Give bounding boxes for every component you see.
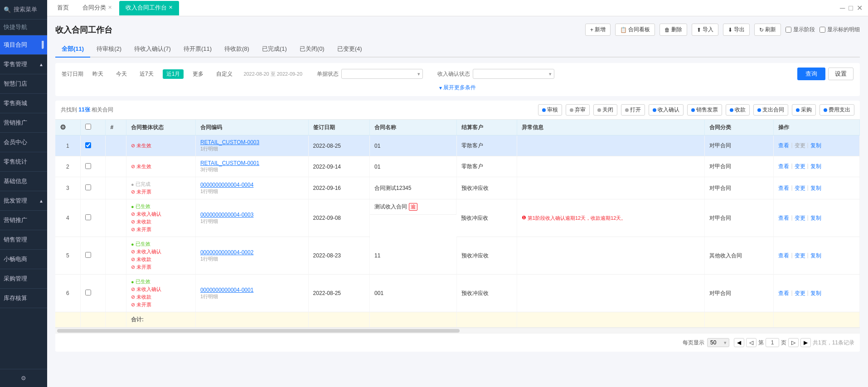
next-page-button[interactable]: ▷: [788, 338, 799, 347]
scrollbar-thumb[interactable]: [57, 329, 460, 333]
import-button[interactable]: ⬆ 导入: [692, 24, 718, 36]
contract-code-link[interactable]: 0000000000004-0003: [200, 212, 253, 218]
sidebar-item-project[interactable]: 项目合同 ▌: [0, 35, 47, 55]
sidebar-item-xiaochang[interactable]: 小畅电商: [0, 250, 47, 269]
prev-page-button[interactable]: ◁: [746, 338, 756, 347]
page-size-select[interactable]: 50 100 200: [707, 338, 729, 347]
row-select-checkbox[interactable]: [85, 290, 91, 295]
date-btn-more[interactable]: 更多: [189, 69, 207, 79]
maximize-button[interactable]: □: [849, 4, 853, 12]
status-tab-all[interactable]: 全部(11): [55, 41, 90, 58]
sidebar-item-stock[interactable]: 库存核算: [0, 289, 47, 308]
view-op[interactable]: 查看: [778, 252, 789, 260]
copy-op[interactable]: 复制: [810, 184, 821, 192]
open-button[interactable]: 打开: [621, 104, 645, 116]
change-op[interactable]: 变更: [795, 163, 805, 170]
sidebar-item-purchase[interactable]: 采购管理: [0, 269, 47, 289]
contract-code-link[interactable]: RETAIL_CUSTOM-0001: [200, 160, 259, 166]
minimize-button[interactable]: ─: [840, 4, 845, 12]
show-columns-checkbox[interactable]: 显示阶段: [786, 26, 815, 34]
tab-close-icon[interactable]: ✕: [169, 5, 173, 10]
date-btn-custom[interactable]: 自定义: [213, 69, 236, 79]
change-op[interactable]: 变更: [795, 252, 805, 260]
sidebar-settings[interactable]: ⚙: [0, 369, 47, 387]
change-op[interactable]: 变更: [795, 290, 805, 297]
view-op[interactable]: 查看: [778, 163, 789, 170]
payment-contract-button[interactable]: 支出合同: [753, 104, 788, 116]
expand-conditions-button[interactable]: ▾ 展开更多条件: [439, 84, 476, 92]
show-details-input[interactable]: [820, 27, 825, 33]
status-tab-closed[interactable]: 已关闭(0): [293, 41, 331, 58]
income-status-select[interactable]: [473, 69, 554, 79]
close-button[interactable]: ✕: [857, 4, 863, 12]
sidebar-item-smart-store[interactable]: 智慧门店: [0, 74, 47, 94]
income-confirm-button[interactable]: 收入确认: [649, 104, 684, 116]
tab-income-workbench[interactable]: 收入合同工作台 ✕: [119, 1, 179, 15]
view-op[interactable]: 查看: [778, 184, 789, 192]
contract-code-link[interactable]: 0000000000004-0004: [200, 182, 253, 188]
sidebar-item-member[interactable]: 会员中心: [0, 133, 47, 152]
refresh-button[interactable]: ↻ 刷新: [754, 24, 781, 36]
contract-board-button[interactable]: 📋 合同看板: [615, 24, 655, 36]
sidebar-item-retail[interactable]: 零售管理 ▲: [0, 55, 47, 74]
copy-op[interactable]: 复制: [810, 163, 821, 170]
status-tab-changed[interactable]: 已变更(4): [331, 41, 369, 58]
doc-status-select[interactable]: [341, 69, 423, 79]
current-page-input[interactable]: 1: [766, 338, 779, 347]
contract-code-link[interactable]: RETAIL_CUSTOM-0003: [200, 139, 259, 145]
sidebar-item-basic[interactable]: 基础信息: [0, 172, 47, 191]
sidebar-item-marketing2[interactable]: 营销推广: [0, 211, 47, 230]
contract-code-link[interactable]: 0000000000004-0001: [200, 287, 253, 293]
copy-op[interactable]: 复制: [810, 142, 821, 150]
col-settings[interactable]: ⚙: [55, 120, 80, 135]
sidebar-item-wholesale[interactable]: 批发管理 ▲: [0, 191, 47, 211]
date-btn-7days[interactable]: 近7天: [136, 69, 157, 79]
status-tab-pending-review[interactable]: 待审核(2): [90, 41, 128, 58]
delete-button[interactable]: 🗑 删除: [659, 24, 687, 36]
copy-op[interactable]: 复制: [810, 214, 821, 222]
show-details-checkbox[interactable]: 显示标的明细: [820, 26, 860, 34]
select-all-checkbox[interactable]: [85, 124, 91, 130]
tab-home[interactable]: 首页: [51, 1, 75, 15]
review-button[interactable]: 审核: [538, 104, 562, 116]
sidebar-item-sales[interactable]: 销售管理: [0, 230, 47, 250]
date-btn-1month[interactable]: 近1月: [163, 69, 184, 79]
row-select-checkbox[interactable]: [85, 214, 91, 220]
sidebar-item-marketing[interactable]: 营销推广: [0, 113, 47, 133]
view-op[interactable]: 查看: [778, 290, 789, 297]
sidebar-search[interactable]: 🔍 搜索菜单: [0, 0, 47, 19]
row-select-checkbox[interactable]: [85, 184, 91, 190]
sales-invoice-button[interactable]: 销售发票: [687, 104, 722, 116]
horizontal-scrollbar[interactable]: [55, 328, 860, 333]
row-select-checkbox[interactable]: [85, 163, 91, 169]
add-button[interactable]: + 新增: [585, 24, 611, 36]
copy-op[interactable]: 复制: [810, 252, 821, 260]
view-op[interactable]: 查看: [778, 142, 789, 150]
query-button[interactable]: 查询: [797, 68, 825, 80]
last-page-button[interactable]: ▶: [800, 338, 811, 347]
close-button[interactable]: 关闭: [593, 104, 617, 116]
sidebar-item-retail-mall[interactable]: 零售商城: [0, 94, 47, 113]
sidebar-item-retail-stat[interactable]: 零售统计: [0, 152, 47, 172]
receipt-button[interactable]: 收款: [726, 104, 750, 116]
status-tab-pending-receipt[interactable]: 待收款(8): [218, 41, 256, 58]
tab-contract-category[interactable]: 合同分类 ✕: [76, 1, 118, 15]
purchase-button[interactable]: 采购: [792, 104, 816, 116]
change-op[interactable]: 变更: [795, 184, 805, 192]
abandon-button[interactable]: 弃审: [566, 104, 590, 116]
date-btn-today[interactable]: 今天: [112, 69, 131, 79]
change-op[interactable]: 变更: [795, 214, 805, 222]
row-select-checkbox[interactable]: [85, 142, 91, 148]
status-tab-pending-income[interactable]: 待收入确认(7): [128, 41, 177, 58]
expense-button[interactable]: 费用支出: [820, 104, 854, 116]
status-tab-completed[interactable]: 已完成(1): [256, 41, 293, 58]
status-tab-pending-invoice[interactable]: 待开票(11): [177, 41, 218, 58]
row-select-checkbox[interactable]: [85, 252, 91, 258]
show-columns-input[interactable]: [786, 27, 791, 33]
set-button[interactable]: 设置: [828, 68, 853, 80]
export-button[interactable]: ⬇ 导出: [723, 24, 750, 36]
view-op[interactable]: 查看: [778, 214, 789, 222]
contract-code-link[interactable]: 0000000000004-0002: [200, 249, 253, 256]
copy-op[interactable]: 复制: [810, 290, 821, 297]
first-page-button[interactable]: ◀: [734, 338, 744, 347]
